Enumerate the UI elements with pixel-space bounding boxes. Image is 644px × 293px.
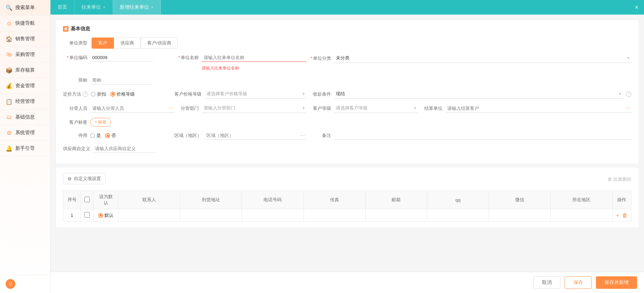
region-dots[interactable]: ··· (299, 132, 307, 139)
payment-term-field: 收款条件 现结 ▾ ? (307, 89, 631, 99)
customer-level-chevron: ▾ (414, 106, 416, 111)
save-new-button[interactable]: 保存并新增 (596, 276, 637, 289)
region-input-wrap: ··· (204, 131, 307, 140)
payment-term-label: 收款条件 (307, 91, 331, 97)
tab-new-unit[interactable]: 新增往来单位 × (113, 0, 161, 15)
tab-new-unit-close[interactable]: × (151, 5, 154, 10)
sidebar-item-system[interactable]: ⚙ 系统管理 (0, 125, 50, 141)
row-select-checkbox[interactable] (84, 212, 90, 218)
sidebar-item-purchase[interactable]: 🛍 采购管理 (0, 47, 50, 63)
sidebar-item-shortcut[interactable]: ⊙ 快捷导航 (0, 16, 50, 31)
remarks-field: 备注 (307, 131, 631, 140)
disabled-no-radio[interactable] (105, 133, 110, 138)
tags-row: 客户标签 + 标签 (63, 118, 631, 127)
pricing-row: 定价方法 ? 折扣 价格等级 (63, 89, 631, 99)
unit-type-supplier[interactable]: 供应商 (114, 38, 141, 49)
name-field: *单位名称 请输入往来单位名称 (174, 54, 307, 71)
custom-settings-label: 自定义项设置 (74, 176, 101, 182)
batch-delete-button[interactable]: 🗑 批量删除 (607, 176, 631, 182)
col-contact: 联系人 (118, 191, 180, 209)
sidebar-item-search[interactable]: 🔍 搜索菜单 (0, 0, 50, 16)
sidebar-item-finance[interactable]: 💰 资金管理 (0, 78, 50, 94)
row-qq[interactable] (427, 209, 489, 222)
row-add-button[interactable]: + (616, 212, 619, 219)
col-email: 邮箱 (365, 191, 427, 209)
custom-settings-button[interactable]: ⚙ 自定义项设置 (63, 173, 105, 184)
col-checkbox (81, 191, 94, 209)
operation-icon: 📋 (6, 98, 13, 105)
row-wechat[interactable] (489, 209, 550, 222)
supplier-custom-input[interactable] (93, 145, 156, 153)
settlement-input[interactable] (445, 104, 624, 112)
supplier-custom-label: 供应商自定义 (63, 146, 90, 152)
cancel-button[interactable]: 取消 (533, 276, 560, 289)
disabled-yes[interactable]: 是 (90, 132, 101, 139)
tab-units[interactable]: 往来单位 × (74, 0, 113, 15)
payment-term-select[interactable]: 现结 ▾ (334, 89, 623, 99)
alias-field: 简称 (63, 76, 174, 84)
col-wechat: 微信 (489, 191, 550, 209)
row-delete-button[interactable]: 🗑 (622, 212, 628, 219)
settlement-dots[interactable]: ··· (624, 105, 631, 111)
payment-help-icon[interactable]: ? (626, 91, 631, 97)
select-all-checkbox[interactable] (84, 197, 90, 202)
tab-home[interactable]: 首页 (50, 0, 74, 15)
pricing-help-icon[interactable]: ? (83, 91, 88, 97)
sidebar-item-guide[interactable]: 🔔 新手引导 (0, 141, 50, 156)
row-fax[interactable] (304, 209, 365, 222)
col-qq: qq (427, 191, 489, 209)
price-level-radio[interactable] (110, 92, 115, 97)
pricing-price-level[interactable]: 价格等级 (110, 91, 135, 97)
row-address[interactable] (180, 209, 242, 222)
sidebar-item-operation[interactable]: 📋 经营管理 (0, 94, 50, 109)
row-default-radio[interactable] (98, 213, 103, 218)
unit-type-row: 单位类型 客户 供应商 客户/供应商 (63, 38, 631, 49)
alias-input[interactable] (90, 76, 153, 84)
sidebar-item-basic[interactable]: 🗂 基础信息 (0, 109, 50, 125)
name-input[interactable] (202, 54, 307, 62)
row-phone[interactable] (242, 209, 304, 222)
inventory-icon: 📦 (6, 67, 13, 74)
tab-units-close[interactable]: × (103, 5, 105, 10)
manager-dots[interactable]: ··· (167, 105, 174, 111)
row-region[interactable] (551, 209, 612, 222)
row-email[interactable] (365, 209, 427, 222)
category-select[interactable]: 未分类 ▾ (334, 54, 631, 63)
department-select[interactable]: 请输入分管部门 ▾ (202, 104, 307, 113)
table-row: 1 默认 (63, 209, 631, 222)
unit-type-customer[interactable]: 客户 (92, 38, 114, 49)
remarks-input[interactable] (334, 131, 631, 140)
unit-type-both[interactable]: 客户/供应商 (141, 38, 178, 49)
col-actions: 操作 (612, 191, 631, 209)
sidebar-item-sales[interactable]: 🏠 销售管理 (0, 31, 50, 47)
tab-new-unit-label: 新增往来单位 (120, 4, 149, 10)
code-input[interactable] (90, 54, 153, 62)
settings-icon: ⚙ (68, 176, 72, 181)
region-input[interactable] (204, 131, 299, 139)
col-region: 所在地区 (551, 191, 612, 209)
disabled-region-row: 停用 是 否 区域（地区） (63, 131, 631, 140)
discount-radio[interactable] (91, 92, 96, 97)
section-title: 基 基本信息 (63, 26, 631, 32)
add-tag-button[interactable]: + 标签 (90, 118, 111, 127)
manager-input[interactable] (90, 104, 167, 112)
col-default: 设为默认 (94, 191, 118, 209)
shortcut-icon: ⊙ (6, 20, 13, 27)
sidebar-item-label: 经营管理 (15, 98, 35, 105)
disabled-yes-radio[interactable] (90, 133, 95, 138)
pricing-discount[interactable]: 折扣 (91, 91, 106, 97)
customer-level-field: 客户等级 请选择客户等级 ▾ (307, 104, 418, 113)
customer-price-select[interactable]: 请选择客户价格等级 ▾ (204, 89, 307, 99)
save-button[interactable]: 保存 (565, 276, 592, 289)
settlement-input-wrap: ··· (445, 104, 631, 113)
sidebar-item-inventory[interactable]: 📦 库存核算 (0, 63, 50, 78)
row-contact[interactable] (118, 209, 180, 222)
code-name-category-row: *单位编码 *单位名称 请输入往来单位名称 (63, 54, 631, 71)
disabled-field: 停用 是 否 (63, 132, 174, 139)
close-all-tabs[interactable]: × (629, 0, 644, 15)
supplier-custom-row: 供应商自定义 (63, 145, 631, 153)
disabled-no[interactable]: 否 (105, 132, 116, 139)
purchase-icon: 🛍 (6, 51, 13, 58)
remarks-label: 备注 (307, 132, 331, 139)
customer-level-select[interactable]: 请选择客户等级 ▾ (334, 104, 418, 113)
